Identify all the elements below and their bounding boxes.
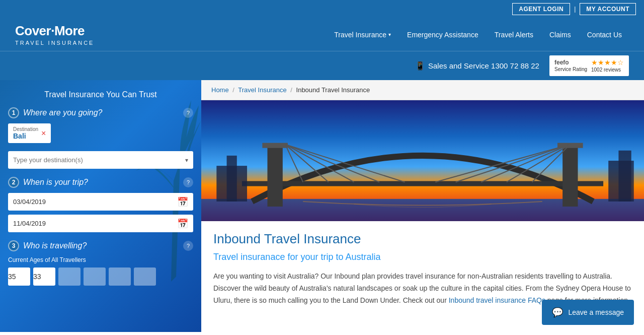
svg-rect-5 (562, 146, 578, 207)
traveller-age-5[interactable] (109, 267, 131, 286)
chat-bubble[interactable]: 💬 Leave a message (542, 300, 634, 325)
svg-rect-20 (618, 151, 631, 202)
destination-tag: Destination Bali × (8, 123, 51, 143)
main-layout: Travel Insurance You Can Trust 1 Where a… (0, 80, 644, 332)
svg-rect-4 (262, 143, 288, 148)
end-date-wrap: 📅 (8, 215, 193, 232)
feefo-rating: feefo Service Rating ★★★★☆ 1002 reviews (549, 55, 629, 76)
step-3-header: 3 Who is travelling? ? (8, 240, 193, 251)
agent-login-button[interactable]: AGENT LOGIN (512, 3, 570, 15)
breadcrumb-home[interactable]: Home (211, 86, 229, 94)
step-1-number: 1 (8, 107, 19, 118)
chevron-down-icon: ▾ (185, 157, 188, 164)
end-date-input[interactable] (13, 215, 177, 232)
step-3-number: 3 (8, 240, 19, 251)
step-1-section: 1 Where are you going? ? Destination Bal… (8, 107, 193, 169)
remove-destination-button[interactable]: × (41, 129, 46, 138)
content-title: Inbound Travel Insurance (213, 231, 632, 247)
calendar-icon[interactable]: 📅 (177, 196, 188, 208)
step-1-header: 1 Where are you going? ? (8, 107, 193, 118)
step-2-section: 2 When is your trip? ? 📅 📅 (8, 177, 193, 232)
logo-covermore: Cover·More (15, 23, 85, 38)
feefo-brand: feefo (554, 59, 587, 66)
feefo-reviews: 1002 reviews (591, 66, 624, 73)
step-3-label: Who is travelling? (23, 241, 179, 250)
step-3-help-icon[interactable]: ? (183, 241, 193, 251)
traveller-age-2[interactable] (33, 267, 55, 286)
nav-travel-alerts[interactable]: Travel Alerts (488, 28, 540, 42)
nav-contact-us[interactable]: Contact Us (580, 28, 629, 42)
feefo-label: Service Rating (554, 66, 587, 73)
top-bar-separator: | (574, 6, 576, 13)
main-nav: Travel Insurance ▾ Emergency Assistance … (327, 28, 629, 42)
sidebar: Travel Insurance You Can Trust 1 Where a… (0, 80, 201, 332)
chevron-down-icon: ▾ (388, 32, 391, 37)
ages-label: Current Ages of All Travellers (8, 256, 193, 263)
breadcrumb-travel-insurance[interactable]: Travel Insurance (238, 86, 286, 94)
service-bar: 📱 Sales and Service 1300 72 88 22 feefo … (0, 51, 644, 80)
feefo-stars-reviews: ★★★★☆ 1002 reviews (591, 58, 624, 73)
sidebar-title: Travel Insurance You Can Trust (8, 90, 193, 99)
svg-rect-3 (267, 146, 282, 207)
nav-emergency-assistance[interactable]: Emergency Assistance (400, 28, 486, 42)
start-date-wrap: 📅 (8, 193, 193, 211)
destination-input[interactable] (13, 151, 185, 169)
phone-icon: 📱 (415, 61, 425, 71)
feefo-content: feefo Service Rating (554, 59, 587, 73)
step-1-help-icon[interactable]: ? (183, 108, 193, 118)
logo-main: Cover·More (15, 23, 94, 39)
my-account-button[interactable]: MY ACCOUNT (580, 3, 636, 15)
step-1-label: Where are you going? (23, 108, 179, 117)
logo[interactable]: Cover·More TRAVEL INSURANCE (15, 23, 94, 46)
destination-value: Bali (13, 132, 26, 140)
step-2-help-icon[interactable]: ? (183, 177, 193, 187)
calendar-icon[interactable]: 📅 (177, 218, 188, 229)
breadcrumb-sep-2: / (290, 86, 292, 94)
content-area: Home / Travel Insurance / Inbound Travel… (201, 80, 644, 332)
inbound-faq-link[interactable]: Inbound travel insurance FAQs (449, 296, 545, 304)
step-2-header: 2 When is your trip? ? (8, 177, 193, 188)
content-subtitle: Travel insuranace for your trip to Austr… (213, 252, 632, 262)
hero-image (201, 100, 644, 221)
header: Cover·More TRAVEL INSURANCE Travel Insur… (0, 18, 644, 51)
phone-text: Sales and Service 1300 72 88 22 (428, 61, 539, 70)
traveller-age-3[interactable] (58, 267, 80, 286)
nav-travel-insurance[interactable]: Travel Insurance ▾ (327, 28, 398, 42)
traveller-age-6[interactable] (134, 267, 156, 286)
phone-info: 📱 Sales and Service 1300 72 88 22 (415, 61, 539, 71)
start-date-input[interactable] (13, 193, 177, 211)
chat-label: Leave a message (568, 308, 624, 316)
step-3-section: 3 Who is travelling? ? Current Ages of A… (8, 240, 193, 286)
chat-icon: 💬 (552, 307, 563, 318)
traveller-age-1[interactable] (8, 267, 30, 286)
traveller-age-4[interactable] (84, 267, 106, 286)
nav-claims[interactable]: Claims (542, 28, 578, 42)
breadcrumb-current: Inbound Travel Insurance (296, 86, 370, 94)
breadcrumb-sep-1: / (232, 86, 234, 94)
top-bar: AGENT LOGIN | MY ACCOUNT (0, 0, 644, 18)
destination-label: Destination (13, 126, 38, 132)
destination-input-wrap: ▾ (8, 151, 193, 169)
sydney-harbour-bridge-image (201, 100, 644, 221)
destination-info: Destination Bali (13, 126, 38, 140)
breadcrumb: Home / Travel Insurance / Inbound Travel… (201, 80, 644, 100)
logo-sub: TRAVEL INSURANCE (15, 40, 94, 46)
svg-rect-2 (242, 181, 603, 186)
step-2-label: When is your trip? (23, 178, 179, 187)
svg-rect-18 (227, 156, 237, 202)
star-rating: ★★★★☆ (591, 58, 624, 66)
sidebar-inner: Travel Insurance You Can Trust 1 Where a… (0, 80, 201, 304)
age-inputs (8, 267, 193, 286)
step-2-number: 2 (8, 177, 19, 188)
